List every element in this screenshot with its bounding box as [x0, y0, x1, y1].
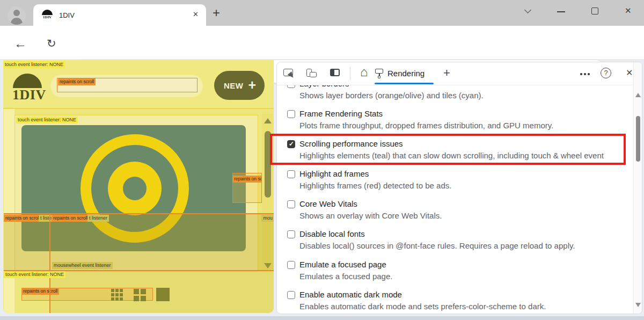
option-row-core-web-vitals: Core Web Vitals Shows an overlay with Co… — [287, 199, 616, 220]
repaint-overlay-box: repaints on scroll — [232, 173, 262, 203]
checkbox-emulate-focused-page[interactable] — [287, 261, 295, 269]
window-close-button[interactable]: ✕ — [621, 0, 637, 21]
home-tab-icon[interactable]: ⌂ — [360, 64, 368, 79]
webpage-viewport: 1DIV Search repaints on scroll NEW + rep… — [3, 60, 274, 313]
overlay-border-line — [49, 213, 50, 313]
scroll-down-icon[interactable] — [635, 303, 641, 307]
avatar-torso — [11, 18, 23, 25]
option-label[interactable]: Frame Rendering Stats — [299, 109, 616, 118]
checkbox-scrolling-performance[interactable] — [287, 140, 295, 148]
option-row-scrolling-performance: Scrolling performance issues Highlights … — [287, 139, 616, 160]
active-tab-underline — [375, 83, 434, 84]
overlay-label: repaints on scroll — [4, 215, 41, 222]
option-description: Highlights frames (red) detected to be a… — [299, 181, 616, 190]
tab-close-icon[interactable]: ✕ — [193, 10, 199, 18]
new-tab-button[interactable]: + — [213, 5, 220, 20]
option-row-auto-dark-mode: Enable automatic dark mode Enables autom… — [287, 290, 616, 311]
overlay-label: t liste — [39, 215, 53, 222]
overlay-label: repaints on scroll — [232, 176, 261, 183]
browser-navbar: ← ↻ microsoftedge.github.io/Demos/1DIV/d… — [0, 26, 644, 59]
page-scrollbar-thumb[interactable] — [265, 131, 271, 198]
option-description: Highlights elements (teal) that can slow… — [299, 151, 616, 160]
single-view-button[interactable] — [156, 288, 170, 301]
option-description: Emulates a focused page. — [299, 272, 616, 281]
overlay-label: t listener — [87, 215, 109, 222]
toolbar-divider — [350, 67, 350, 81]
browser-tab[interactable]: 1DIV 1DIV ✕ — [33, 4, 206, 26]
option-label[interactable]: Core Web Vitals — [299, 199, 616, 208]
option-row-highlight-ad-frames: Highlight ad frames Highlights frames (r… — [287, 169, 616, 190]
option-description: Shows an overlay with Core Web Vitals. — [299, 211, 616, 220]
scroll-up-icon[interactable] — [635, 93, 641, 97]
option-row-disable-local-fonts: Disable local fonts Disables local() sou… — [287, 229, 616, 250]
option-description: Plots frame throughput, dropped frames d… — [299, 121, 616, 130]
add-tool-button[interactable]: + — [443, 66, 450, 80]
window-bottom-edge — [0, 316, 644, 320]
devtools-scrollbar-thumb[interactable] — [636, 116, 640, 162]
checkbox-disable-local-fonts[interactable] — [287, 230, 295, 238]
logo-dome — [13, 74, 42, 88]
option-label[interactable]: Emulate a focused page — [299, 260, 616, 269]
window-titlebar: 1DIV 1DIV ✕ + ✕ — [0, 0, 644, 26]
option-description: Disables local() sources in @font-face r… — [299, 241, 616, 250]
dock-side-icon[interactable] — [330, 69, 343, 79]
site-logo: 1DIV — [12, 74, 42, 103]
checkbox-frame-rendering-stats[interactable] — [287, 110, 295, 118]
inspect-element-icon[interactable] — [283, 69, 296, 79]
overlay-label: mou — [261, 215, 274, 222]
option-label[interactable]: Disable local fonts — [299, 229, 616, 238]
option-row-frame-rendering-stats: Frame Rendering Stats Plots frame throug… — [287, 109, 616, 130]
new-button[interactable]: NEW + — [214, 71, 265, 100]
checkbox-auto-dark-mode[interactable] — [287, 291, 295, 299]
option-description: Shows layer borders (orange/olive) and t… — [299, 91, 616, 100]
maximize-button[interactable] — [587, 0, 603, 21]
overlay-label: repaints on scroll — [58, 78, 96, 85]
tab-list-chevron-icon[interactable] — [521, 0, 537, 21]
devtools-scrollbar[interactable] — [633, 62, 642, 314]
page-left-margin — [4, 109, 14, 313]
more-tools-icon[interactable] — [580, 73, 590, 75]
overlay-label: repaints on scroll — [21, 288, 59, 295]
option-description: Enables automatic dark mode and sets pre… — [299, 302, 616, 311]
avatar-head — [13, 10, 20, 16]
profile-avatar[interactable] — [8, 6, 26, 25]
overlay-label: repaints on scroll — [52, 215, 89, 222]
overlay-label: mousewheel event listener — [52, 262, 113, 269]
tab-title: 1DIV — [59, 11, 75, 19]
scroll-up-icon[interactable] — [264, 118, 272, 123]
devtools-panel: Layer borders Shows layer borders (orang… — [276, 62, 642, 314]
overlay-label: touch event listener: NONE — [3, 61, 65, 68]
back-button[interactable]: ← — [14, 36, 27, 51]
option-row-emulate-focused-page: Emulate a focused page Emulates a focuse… — [287, 260, 616, 281]
checkbox-highlight-ad-frames[interactable] — [287, 170, 295, 178]
grid-view-small-button[interactable] — [111, 289, 123, 301]
overlay-label: touch event listener: NONE — [4, 271, 65, 278]
minimize-button[interactable] — [553, 0, 569, 21]
devtools-close-icon[interactable]: ✕ — [626, 68, 633, 78]
overlay-label: touch event listener: NONE — [16, 117, 78, 123]
scroll-overlay-region-1: repaints on scroll t liste repaints on s… — [4, 213, 274, 271]
grid-view-medium-button[interactable] — [134, 289, 146, 301]
plus-icon: + — [248, 77, 256, 93]
paint-brush-icon — [375, 69, 384, 78]
option-label[interactable]: Scrolling performance issues — [299, 139, 616, 148]
devtools-toolbar: ⌂ Rendering + ? ✕ — [277, 62, 642, 85]
option-label[interactable]: Enable automatic dark mode — [299, 290, 616, 299]
checkbox-core-web-vitals[interactable] — [287, 200, 295, 208]
option-label[interactable]: Highlight ad frames — [299, 169, 616, 178]
refresh-button[interactable]: ↻ — [47, 37, 56, 50]
device-emulation-icon[interactable] — [306, 69, 319, 79]
bullseye-center — [123, 177, 147, 200]
help-icon[interactable]: ? — [601, 68, 611, 78]
site-favicon-icon: 1DIV — [40, 8, 54, 22]
